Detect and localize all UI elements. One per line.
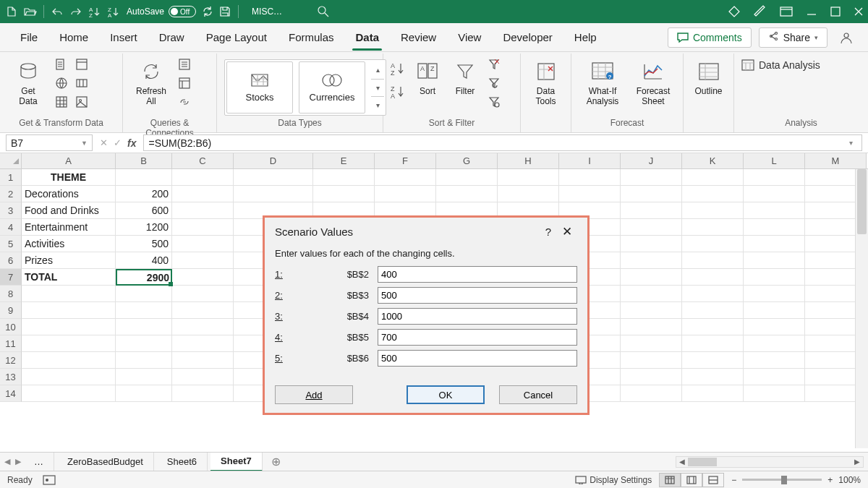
enter-formula-icon[interactable]: ✓ [114,137,122,148]
forecast-sheet-button[interactable]: Forecast Sheet [631,56,676,106]
search-icon[interactable] [317,5,330,18]
scenario-input-4[interactable] [378,329,577,346]
zoom-out-icon[interactable]: − [731,475,736,485]
col-header[interactable]: L [744,153,805,168]
account-icon[interactable] [835,26,858,49]
sort-az-icon[interactable]: AZ [391,61,407,77]
zoom-in-icon[interactable]: + [827,475,833,485]
vertical-scrollbar[interactable] [855,169,868,448]
tab-view[interactable]: View [448,23,491,52]
col-header[interactable]: B [116,153,172,168]
sort-desc-icon[interactable]: ZA [106,4,121,19]
dialog-close-icon[interactable]: ✕ [557,224,577,239]
zoom-level[interactable]: 100% [838,475,861,485]
save-icon[interactable] [219,6,231,17]
tab-insert[interactable]: Insert [100,23,148,52]
tab-home[interactable]: Home [49,23,98,52]
sheet-tab[interactable]: Sheet6 [157,453,208,471]
fx-icon[interactable]: fx [127,137,136,149]
new-sheet-icon[interactable]: ⊕ [265,453,286,471]
recent-sources-icon[interactable] [74,56,90,72]
tab-data[interactable]: Data [345,23,389,52]
dialog-help-icon[interactable]: ? [540,226,557,238]
ok-button[interactable]: OK [407,385,485,404]
from-web-icon[interactable] [54,75,69,91]
get-data-button[interactable]: Get Data [7,56,49,106]
clear-filter-icon[interactable] [486,56,502,72]
advanced-filter-icon[interactable] [486,94,502,110]
edit-links-icon[interactable] [176,94,192,110]
refresh-all-button[interactable]: Refresh All [130,56,172,106]
outline-button[interactable]: Outline [691,56,726,96]
sort-za-icon[interactable]: ZA [391,84,407,100]
diamond-icon[interactable] [728,5,741,18]
currencies-button[interactable]: Currencies [299,61,365,114]
cancel-formula-icon[interactable]: ✕ [100,137,108,148]
col-header[interactable]: D [234,153,313,168]
tab-help[interactable]: Help [564,23,607,52]
col-header[interactable]: E [313,153,375,168]
autosave-toggle[interactable]: Off [169,6,196,17]
tab-formulas[interactable]: Formulas [278,23,344,52]
zoom-slider[interactable] [742,479,822,481]
close-icon[interactable] [854,7,864,17]
from-text-icon[interactable] [54,56,69,72]
sort-button[interactable]: AZ Sort [411,56,444,96]
tab-developer[interactable]: Developer [493,23,562,52]
row-header[interactable]: 1 [0,169,22,186]
dt-prev-icon[interactable]: ▴ [371,61,384,79]
col-header[interactable]: I [559,153,621,168]
what-if-button[interactable]: ? What-If Analysis [579,56,626,106]
cancel-button[interactable]: Cancel [499,385,577,404]
data-tools-button[interactable]: Data Tools [528,56,563,106]
tab-review[interactable]: Review [391,23,446,52]
stocks-button[interactable]: Stocks [226,61,293,114]
dt-next-icon[interactable]: ▾ [371,79,384,96]
selected-cell[interactable]: 2900 [116,269,172,286]
queries-icon[interactable] [176,56,192,72]
redo-icon[interactable] [69,4,83,19]
filter-button[interactable]: Filter [448,56,482,96]
cell[interactable]: THEME [22,169,116,186]
maximize-icon[interactable] [830,7,841,17]
col-header[interactable]: C [172,153,234,168]
sheet-tab[interactable]: Sheet7 [210,453,263,471]
sheet-tab[interactable]: ZeroBasedBudget [57,453,154,471]
sort-asc-icon[interactable]: AZ [88,4,102,19]
scenario-input-5[interactable] [378,350,577,367]
sheet-tab-ellipsis[interactable]: … [24,453,54,471]
expand-formula-icon[interactable]: ▾ [844,139,857,147]
ribbon-mode-icon[interactable] [780,7,793,17]
dt-more-icon[interactable]: ▾ [371,96,384,114]
display-settings-button[interactable]: Display Settings [575,475,652,485]
brush-icon[interactable] [754,5,767,18]
scenario-input-3[interactable] [378,308,577,325]
name-box[interactable]: B7▼ [6,134,93,151]
comments-button[interactable]: Comments [668,27,752,48]
scenario-input-2[interactable] [378,287,577,304]
formula-input[interactable]: =SUM(B2:B6) ▾ [143,134,862,151]
page-layout-view-icon[interactable] [681,473,702,487]
horizontal-scrollbar[interactable]: ◀▶ [676,456,864,468]
tab-page-layout[interactable]: Page Layout [196,23,277,52]
col-header[interactable]: F [375,153,436,168]
add-button[interactable]: Add [275,385,353,404]
col-header[interactable]: H [498,153,559,168]
minimize-icon[interactable] [806,6,817,17]
from-picture-icon[interactable] [74,94,90,110]
col-header[interactable]: G [436,153,498,168]
sheet-next-icon[interactable]: ▶ [15,457,21,466]
page-break-view-icon[interactable] [702,473,724,487]
sheet-prev-icon[interactable]: ◀ [4,457,10,466]
col-header[interactable]: A [22,153,116,168]
col-header[interactable]: J [621,153,682,168]
tab-file[interactable]: File [10,23,48,52]
new-file-icon[interactable] [4,4,19,19]
reapply-icon[interactable] [486,75,502,91]
data-analysis-button[interactable]: Data Analysis [741,59,820,71]
col-header[interactable]: K [682,153,744,168]
share-button[interactable]: Share ▾ [759,27,827,48]
from-table-icon[interactable] [54,94,69,110]
existing-conn-icon[interactable] [74,75,90,91]
col-header[interactable]: M [805,153,867,168]
